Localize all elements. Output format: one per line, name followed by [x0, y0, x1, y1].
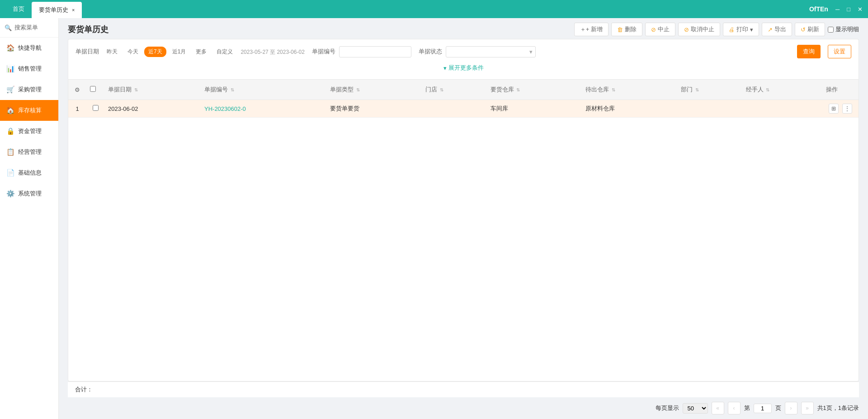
print-button[interactable]: 🖨 打印 ▾ — [723, 23, 759, 36]
date-btn-more[interactable]: 更多 — [192, 47, 211, 57]
data-table: ⚙ 单据日期 ⇅ 单据编号 ⇅ — [68, 80, 859, 118]
table-row: 1 2023-06-02 YH-20230602-0 要货单要货 车间库 — [68, 100, 859, 118]
export-icon: ↗ — [768, 26, 773, 33]
date-btn-7days[interactable]: 近7天 — [144, 47, 166, 57]
sidebar-item-finance[interactable]: 🔒 资金管理 — [0, 121, 58, 142]
th-store: 门店 ⇅ — [422, 80, 487, 100]
summary-label: 合计： — [75, 386, 93, 394]
th-handler: 经手人 ⇅ — [742, 80, 822, 100]
expand-icon: ▾ — [443, 65, 447, 71]
show-detail-checkbox[interactable] — [828, 27, 834, 33]
tab-close-icon[interactable]: × — [72, 7, 75, 13]
table-header-row: ⚙ 单据日期 ⇅ 单据编号 ⇅ — [68, 80, 859, 100]
docno-sort-icon[interactable]: ⇅ — [231, 87, 234, 92]
prev-page-button[interactable]: ‹ — [728, 402, 741, 414]
filter-area: 单据日期 昨天 今天 近7天 近1月 更多 自定义 2023-05-27 至 2… — [68, 39, 859, 79]
delete-icon: 🗑 — [617, 26, 623, 33]
print-icon: 🖨 — [729, 26, 735, 33]
table-summary: 合计： — [68, 381, 859, 397]
cell-doctype: 要货单要货 — [326, 100, 422, 118]
status-filter-label: 单据状态 — [419, 48, 442, 56]
delete-button[interactable]: 🗑 删除 — [611, 23, 642, 36]
last-page-button[interactable]: » — [801, 402, 814, 414]
req-warehouse-sort-icon[interactable]: ⇅ — [516, 87, 520, 92]
cell-dept — [677, 100, 742, 118]
pagination-bar: 每页显示 50 100 200 « ‹ 第 页 › » 共1页，1条记录 — [59, 397, 868, 419]
status-select-wrap[interactable]: ▾ — [446, 46, 536, 57]
doctype-sort-icon[interactable]: ⇅ — [356, 87, 360, 92]
th-settings: ⚙ — [68, 80, 86, 100]
row-checkbox[interactable] — [93, 105, 99, 111]
tab-bar: 首页 要货单历史 × — [5, 0, 82, 18]
window-min-button[interactable]: ─ — [835, 6, 840, 13]
row-more-button[interactable]: ⋮ — [842, 104, 852, 114]
inventory-icon: 🏠 — [6, 106, 14, 114]
store-sort-icon[interactable]: ⇅ — [440, 87, 443, 92]
window-max-button[interactable]: □ — [847, 6, 850, 13]
sidebar-item-sales[interactable]: 📊 销售管理 — [0, 58, 58, 79]
page-input[interactable] — [754, 404, 772, 413]
new-button[interactable]: ＋ + 新增 — [574, 23, 609, 36]
date-sort-icon[interactable]: ⇅ — [134, 87, 138, 92]
stop-button[interactable]: ⊘ 中止 — [645, 23, 675, 36]
date-btn-yesterday[interactable]: 昨天 — [103, 47, 122, 57]
stop-icon: ⊘ — [651, 26, 656, 33]
window-close-button[interactable]: ✕ — [858, 6, 863, 13]
status-dropdown-icon[interactable]: ▾ — [529, 48, 535, 55]
next-page-button[interactable]: › — [785, 402, 797, 414]
show-detail-checkbox-label[interactable]: 显示明细 — [828, 25, 859, 33]
sidebar-item-operation[interactable]: 📋 经营管理 — [0, 142, 58, 162]
cancel-stop-button[interactable]: ⊘ 取消中止 — [678, 23, 720, 36]
window-controls: ─ □ ✕ — [835, 6, 863, 13]
date-btn-1month[interactable]: 近1月 — [168, 47, 190, 57]
query-button[interactable]: 查询 — [797, 45, 821, 58]
sidebar-search[interactable]: 🔍 搜索菜单 — [0, 18, 58, 38]
cell-wait-warehouse: 原材料仓库 — [582, 100, 677, 118]
wait-warehouse-sort-icon[interactable]: ⇅ — [612, 87, 615, 92]
search-icon: 🔍 — [5, 24, 12, 31]
row-edit-button[interactable]: ⊞ — [829, 104, 839, 114]
sidebar-item-system[interactable]: ⚙️ 系统管理 — [0, 183, 58, 204]
expand-more-button[interactable]: ▾ 展开更多条件 — [440, 62, 487, 74]
sidebar-item-purchase[interactable]: 🛒 采购管理 — [0, 79, 58, 100]
chart-icon: 📊 — [6, 65, 14, 73]
column-settings-icon[interactable]: ⚙ — [72, 84, 83, 95]
date-range-display: 2023-05-27 至 2023-06-02 — [241, 48, 304, 56]
lock-icon: 🔒 — [6, 127, 14, 135]
cancel-stop-icon: ⊘ — [684, 26, 689, 33]
page-label: 第 — [744, 404, 750, 412]
docno-filter-input[interactable] — [339, 46, 411, 57]
status-filter-section: 单据状态 ▾ — [419, 46, 536, 57]
th-ops: 操作 — [822, 80, 859, 100]
handler-sort-icon[interactable]: ⇅ — [766, 87, 769, 92]
date-btn-custom[interactable]: 自定义 — [212, 47, 237, 57]
cell-docno: YH-20230602-0 — [201, 100, 326, 118]
docno-link[interactable]: YH-20230602-0 — [204, 105, 246, 112]
gear-icon: ⚙️ — [6, 190, 14, 198]
sidebar-item-inventory[interactable]: 🏠 库存核算 — [0, 100, 58, 121]
select-all-checkbox[interactable] — [90, 86, 96, 92]
page-title: 要货单历史 — [68, 24, 108, 35]
th-dept: 部门 ⇅ — [677, 80, 742, 100]
dept-sort-icon[interactable]: ⇅ — [695, 87, 699, 92]
status-filter-input[interactable] — [446, 47, 529, 57]
sidebar-item-quick-nav[interactable]: 🏠 快捷导航 — [0, 38, 58, 58]
cell-handler — [742, 100, 822, 118]
operation-icon: 📋 — [6, 148, 14, 156]
first-page-button[interactable]: « — [712, 402, 724, 414]
tab-home[interactable]: 首页 — [5, 0, 32, 18]
settings-button[interactable]: 设置 — [828, 45, 851, 58]
cell-date: 2023-06-02 — [104, 100, 201, 118]
th-req-warehouse: 要货仓库 ⇅ — [487, 80, 582, 100]
date-btn-today[interactable]: 今天 — [123, 47, 142, 57]
filter-row: 单据日期 昨天 今天 近7天 近1月 更多 自定义 2023-05-27 至 2… — [75, 45, 851, 58]
refresh-button[interactable]: ↺ 刷新 — [795, 23, 825, 36]
tab-active[interactable]: 要货单历史 × — [32, 2, 82, 18]
th-wait-warehouse: 待出仓库 ⇅ — [582, 80, 677, 100]
header-right-buttons: ＋ + 新增 🗑 删除 ⊘ 中止 ⊘ 取消中止 — [574, 23, 859, 36]
refresh-icon: ↺ — [801, 26, 806, 33]
export-button[interactable]: ↗ 导出 — [762, 23, 792, 36]
sidebar-item-basic[interactable]: 📄 基础信息 — [0, 162, 58, 183]
page-size-select[interactable]: 50 100 200 — [683, 403, 708, 414]
date-filter-buttons: 昨天 今天 近7天 近1月 更多 自定义 — [103, 47, 237, 57]
